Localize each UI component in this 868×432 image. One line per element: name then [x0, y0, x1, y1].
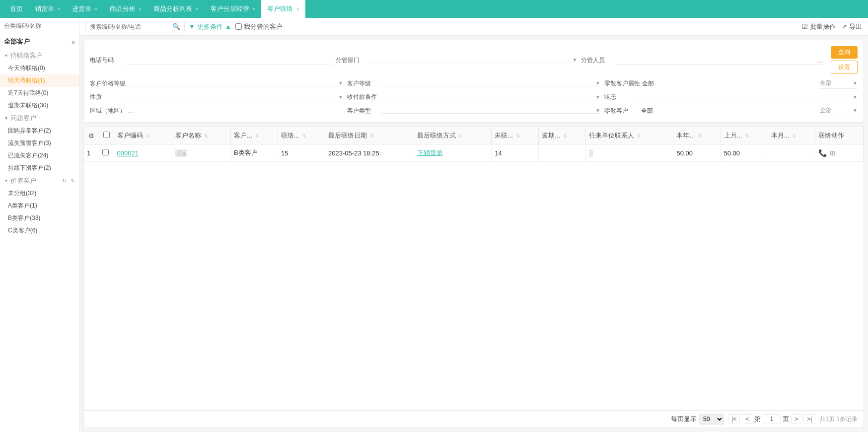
page-number-input[interactable]: [763, 414, 781, 424]
action-icons: 📞 ⊞: [818, 149, 860, 157]
next-page-button[interactable]: >: [791, 414, 801, 424]
last-page-button[interactable]: >|: [803, 414, 815, 424]
close-icon[interactable]: ×: [195, 6, 198, 12]
sidebar-item-ungrouped[interactable]: 未分组(32): [0, 187, 79, 200]
sidebar-item-b-class[interactable]: B类客户(33): [0, 212, 79, 224]
overdue-cell: [539, 144, 586, 162]
customer-type-column-header: 客户... ⇅: [230, 127, 278, 144]
sidebar-item-tomorrow-pending[interactable]: 明天待联络(1): [0, 74, 79, 87]
query-button[interactable]: 查询: [831, 46, 858, 59]
nav-sales-order[interactable]: 销货单 ×: [29, 0, 66, 18]
close-icon[interactable]: ×: [94, 6, 97, 12]
my-customer-checkbox[interactable]: [235, 23, 242, 30]
sidebar-group-value: 价值客户 ↻ ✎: [0, 174, 79, 187]
search-input[interactable]: [90, 23, 172, 30]
contact-person-column-header: 往来单位联系人 ⇅: [586, 127, 673, 144]
sidebar-item-declining[interactable]: 持续下滑客户(2): [0, 162, 79, 174]
refresh-icon[interactable]: ↻: [62, 178, 67, 184]
customer-code-link[interactable]: 000021: [117, 149, 139, 157]
settings-column-header[interactable]: ⚙: [84, 127, 99, 144]
collapse-icon[interactable]: «: [72, 38, 75, 46]
sort-icon: ⇅: [563, 133, 567, 139]
sort-icon: ⇅: [637, 133, 641, 139]
more-icon[interactable]: ...: [817, 56, 823, 64]
set-button[interactable]: 设置: [831, 61, 858, 74]
contact-count-cell: 15: [278, 144, 325, 162]
sidebar-item-churned[interactable]: 已流失客户(24): [0, 149, 79, 162]
close-icon[interactable]: ×: [296, 6, 299, 12]
nav-product-analysis[interactable]: 商品分析 ×: [104, 0, 147, 18]
customer-code-cell: 000021: [114, 144, 172, 162]
filter-price-level-select[interactable]: ▼: [126, 80, 343, 86]
no-contact-days-column-header: 未联... ⇅: [492, 127, 539, 144]
chevron-down-icon: ▼: [338, 94, 343, 100]
filter-manager-select[interactable]: ...: [616, 56, 823, 65]
filter-dept: 分管部门 ▼: [336, 56, 578, 65]
sidebar-item-c-class[interactable]: C类客户(6): [0, 224, 79, 237]
page-size-select[interactable]: 50 100 200: [699, 414, 724, 425]
filter-customer-type-select[interactable]: ▼: [382, 108, 600, 114]
filter-dept-label: 分管部门: [336, 56, 370, 65]
filter-dept-select[interactable]: ▼: [370, 57, 578, 63]
nav-home[interactable]: 首页: [4, 0, 29, 18]
filter-phone-input[interactable]: [125, 56, 332, 65]
sidebar-item-overdue-contact[interactable]: 逾期未联络(30): [0, 99, 79, 112]
nav-purchase-order[interactable]: 进货单 ×: [66, 0, 103, 18]
my-customer-filter[interactable]: 我分管的客户: [235, 22, 283, 31]
chevron-down-icon: ▼: [853, 80, 858, 86]
select-all-checkbox[interactable]: [103, 132, 110, 138]
no-contact-days-cell: 14: [492, 144, 539, 162]
filter-customer-type: 客户类型 ▼: [347, 107, 600, 115]
close-icon[interactable]: ×: [139, 6, 142, 12]
sort-icon: ⇅: [792, 133, 796, 139]
filter-retail-attr-select[interactable]: 全部 ▼: [818, 78, 858, 89]
contact-method-link[interactable]: 下销货单: [417, 149, 443, 156]
filter-retail-customer-label: 零散客户: [604, 107, 639, 115]
sort-icon: ⇅: [255, 133, 259, 139]
sidebar-item-7days-pending[interactable]: 近7天待联络(0): [0, 87, 79, 99]
grid-icon[interactable]: ⊞: [830, 149, 836, 157]
filter-retail-customer-select[interactable]: 全部 ▼: [818, 105, 858, 116]
sort-icon: ⇅: [516, 133, 520, 139]
filter-status-label: 状态: [604, 93, 639, 101]
sidebar-search-input[interactable]: [4, 22, 78, 29]
action-cell: 📞 ⊞: [815, 144, 863, 162]
more-icon[interactable]: ...: [128, 107, 134, 115]
filter-customer-level: 客户等级 ▼: [347, 79, 600, 88]
pagination: |< < 第 页 > >|: [728, 414, 815, 424]
export-button[interactable]: ↗ 导出: [842, 22, 862, 31]
filter-status-select[interactable]: ▼: [639, 94, 858, 100]
close-icon[interactable]: ×: [252, 6, 255, 12]
edit-icon[interactable]: ✎: [71, 178, 75, 184]
sidebar-item-churn-warning[interactable]: 流失预警客户(3): [0, 137, 79, 149]
filter-phone-label: 电话号码: [90, 56, 125, 65]
sort-icon: ⇅: [745, 133, 749, 139]
customer-type-cell: B类客户: [230, 144, 278, 162]
this-year-cell: 50.00: [673, 144, 721, 162]
data-table: ⚙ 客户编码 ⇅ 客户名称 ⇅: [83, 127, 864, 428]
sidebar-item-repurchase-abnormal[interactable]: 回购异常客户(2): [0, 125, 79, 137]
main-layout: 🔍 全部客户 « 待联络客户 今天待联络(0) 明天待联络(1) 近7天待联络(…: [0, 18, 868, 432]
filter-payment-select[interactable]: ▼: [382, 94, 600, 100]
row-checkbox: [99, 144, 114, 162]
chevron-down-icon: ▼: [853, 94, 858, 100]
filter-payment-label: 收付款条件: [347, 93, 382, 101]
checkbox-column-header: [99, 127, 114, 144]
nav-customer-segmentation[interactable]: 客户分层经营 ×: [205, 0, 261, 18]
first-page-button[interactable]: |<: [728, 414, 740, 424]
sort-icon: ⇅: [302, 133, 306, 139]
nav-customer-contact[interactable]: 客户联络 ×: [261, 0, 305, 18]
content-area: 🔍 ▼ 更多条件 ▲ 我分管的客户 ☑ 批量操作 ↗ 导出: [79, 18, 868, 432]
more-filter-button[interactable]: ▼ 更多条件 ▲: [189, 22, 231, 31]
sidebar-item-today-pending[interactable]: 今天待联络(0): [0, 62, 79, 74]
sidebar-item-a-class[interactable]: A类客户(1): [0, 200, 79, 212]
close-icon[interactable]: ×: [57, 6, 60, 12]
prev-page-button[interactable]: <: [742, 414, 752, 424]
all-customers-header[interactable]: 全部客户 «: [0, 34, 79, 49]
nav-product-analysis-list[interactable]: 商品分析列表 ×: [147, 0, 204, 18]
call-icon[interactable]: 📞: [818, 149, 827, 157]
batch-operation-button[interactable]: ☑ 批量操作: [802, 22, 836, 31]
filter-customer-level-select[interactable]: ▼: [382, 80, 600, 86]
row-select-checkbox[interactable]: [102, 149, 109, 155]
filter-nature-select[interactable]: ▼: [125, 94, 343, 100]
